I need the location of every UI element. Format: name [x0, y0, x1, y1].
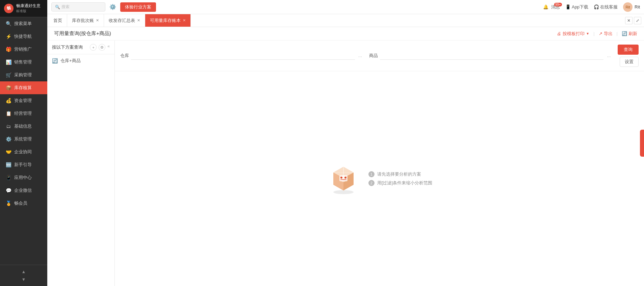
tab-batch-close[interactable]: ✕ — [96, 18, 99, 23]
tabs-controls: ✕ ⤢ — [622, 17, 644, 24]
sidebar-scroll-down-btn[interactable]: ▼ — [0, 276, 47, 283]
sidebar-logo: 畅 — [4, 4, 14, 13]
warehouse-input[interactable] — [131, 52, 355, 60]
right-edge-slider[interactable] — [640, 130, 644, 157]
sidebar-item-inventory[interactable]: 📦 库存核算 — [0, 81, 47, 94]
sidebar-item-label: 企业微信 — [14, 187, 32, 193]
sidebar-item-enterprise[interactable]: 🤝 企业协同 — [0, 146, 47, 158]
sidebar-item-marketing[interactable]: 🎁 营销推广 — [0, 43, 47, 56]
topbar-settings-icon[interactable]: ⚙️ — [108, 2, 118, 11]
tip-text-1: 请先选择要分析的方案 — [377, 171, 421, 177]
filter-collapse-button[interactable]: « — [107, 44, 110, 51]
gear-icon: ⚙️ — [5, 136, 11, 142]
sidebar-brand: 畅康通好生意 标准版 — [16, 3, 41, 14]
sidebar-item-finance[interactable]: 💰 资金管理 — [0, 94, 47, 107]
empty-cube-illustration — [327, 162, 360, 196]
headset-icon: 🎧 — [594, 4, 599, 9]
page-header-actions: 🖨 按模板打印 ▼ | ↗ 导出 | 🔄 刷新 — [557, 31, 637, 37]
sidebar-item-appcenter[interactable]: 📱 应用中心 — [0, 171, 47, 184]
tab-home[interactable]: 首页 — [49, 14, 67, 27]
sidebar-item-label: 库存核算 — [14, 85, 32, 91]
sidebar-item-label: 应用中心 — [14, 175, 32, 181]
bell-icon: 🔔 — [543, 4, 548, 9]
sidebar-item-sales[interactable]: 📊 销售管理 — [0, 56, 47, 69]
cycle-icon: 🔄 — [52, 58, 58, 63]
filter-settings-button[interactable]: ⚙ — [99, 44, 105, 51]
query-button[interactable]: 查询 — [618, 45, 639, 55]
sidebar-item-system[interactable]: ⚙️ 系统管理 — [0, 133, 47, 146]
user-profile[interactable]: Rit Rit — [623, 2, 640, 12]
sidebar-item-basic[interactable]: 🗂 基础信息 — [0, 120, 47, 133]
sidebar-item-label: 经营管理 — [14, 110, 32, 116]
goods-more-button[interactable]: … — [606, 53, 612, 58]
tab-batch-label: 库存批次账 — [72, 18, 94, 24]
search-icon: 🔍 — [55, 5, 60, 9]
notification-badge[interactable]: 🔔 99+ 消息 — [543, 4, 560, 10]
tab-summary[interactable]: 收发存汇总表 ✕ — [104, 14, 145, 27]
industry-solution-button[interactable]: 体验行业方案 — [120, 2, 156, 12]
search-placeholder: 搜索 — [61, 4, 70, 10]
tip-text-2: 用[过滤]条件来缩小分析范围 — [377, 180, 432, 186]
sidebar-item-label: 系统管理 — [14, 136, 32, 142]
filter-panel: 按以下方案查询 ＋ ⚙ « 🔄 仓库+商品 — [47, 41, 115, 286]
filter-item-warehouse-goods[interactable]: 🔄 仓库+商品 — [47, 54, 114, 67]
tab-close-button[interactable]: ✕ — [625, 17, 633, 24]
topbar-right: 🔔 99+ 消息 📱 App下载 🎧 在线客服 Rit Rit — [543, 2, 640, 12]
sidebar-item-newguide[interactable]: 🆕 新手引导 — [0, 158, 47, 171]
tab-summary-close[interactable]: ✕ — [137, 18, 140, 23]
sidebar-item-shortcut[interactable]: ⚡ 快捷导航 — [0, 30, 47, 43]
sidebar-item-label: 畅会员 — [14, 200, 27, 206]
goods-label: 商品 — [369, 53, 378, 59]
query-filters: 仓库 … 商品 … 查询 设置 — [115, 41, 644, 71]
goods-input[interactable] — [380, 52, 604, 60]
box-icon: 📦 — [5, 85, 11, 90]
chevron-down-icon: ▼ — [586, 32, 589, 35]
refresh-button[interactable]: 🔄 刷新 — [622, 31, 637, 37]
warehouse-more-button[interactable]: … — [357, 53, 364, 58]
sidebar-item-search[interactable]: 🔍 搜索菜单 — [0, 17, 47, 30]
print-template-button[interactable]: 🖨 按模板打印 ▼ — [557, 31, 589, 37]
sidebar-scroll-up-btn[interactable]: ▲ — [0, 268, 47, 276]
empty-tips: 1 请先选择要分析的方案 2 用[过滤]条件来缩小分析范围 — [368, 171, 432, 186]
export-icon: ↗ — [599, 31, 602, 36]
warehouse-label: 仓库 — [120, 53, 129, 59]
export-button[interactable]: ↗ 导出 — [599, 31, 613, 37]
avatar: Rit — [623, 2, 633, 12]
app-download-label: App下载 — [572, 4, 588, 10]
sidebar-nav: 🔍 搜索菜单 ⚡ 快捷导航 🎁 营销推广 📊 销售管理 🛒 采购管理 📦 库存核… — [0, 17, 47, 265]
tab-expand-button[interactable]: ⤢ — [634, 17, 641, 24]
sidebar-item-member[interactable]: 🏅 畅会员 — [0, 197, 47, 210]
filter-add-button[interactable]: ＋ — [90, 44, 97, 51]
refresh-icon: 🔄 — [622, 31, 627, 36]
sidebar-item-label: 新手引导 — [14, 162, 32, 168]
topbar-search-box[interactable]: 🔍 搜索 — [51, 2, 105, 11]
svg-point-0 — [333, 190, 354, 194]
sidebar-item-label: 销售管理 — [14, 59, 32, 65]
page-header: 可用量查询(按仓库+商品) 🖨 按模板打印 ▼ | ↗ 导出 | 🔄 刷新 — [47, 27, 644, 41]
goods-filter-field: 商品 … — [369, 52, 613, 60]
sidebar-item-label: 资金管理 — [14, 98, 32, 104]
tab-available-close[interactable]: ✕ — [183, 18, 186, 23]
sidebar-item-operations[interactable]: 📋 经营管理 — [0, 107, 47, 120]
filter-header-icons: ＋ ⚙ « — [90, 44, 110, 51]
warehouse-filter-field: 仓库 … — [120, 52, 364, 60]
folder-icon: 🗂 — [5, 124, 11, 129]
topbar: 🔍 搜索 ⚙️ 体验行业方案 🔔 99+ 消息 📱 App下载 🎧 在线客服 R… — [47, 0, 644, 14]
tab-available[interactable]: 可用量库存账本 ✕ — [145, 14, 191, 27]
app-download-link[interactable]: 📱 App下载 — [565, 4, 588, 10]
action-divider-1: | — [593, 31, 594, 36]
clipboard-icon: 📋 — [5, 111, 11, 116]
settings-button[interactable]: 设置 — [620, 57, 639, 67]
lightning-icon: ⚡ — [5, 34, 11, 39]
export-label: 导出 — [604, 31, 613, 37]
sidebar-item-purchase[interactable]: 🛒 采购管理 — [0, 69, 47, 81]
sidebar-item-wechat[interactable]: 💬 企业微信 — [0, 184, 47, 197]
tab-home-label: 首页 — [53, 18, 62, 24]
content-area: 按以下方案查询 ＋ ⚙ « 🔄 仓库+商品 仓库 … — [47, 41, 644, 286]
online-support-link[interactable]: 🎧 在线客服 — [594, 4, 618, 10]
money-icon: 💰 — [5, 98, 11, 103]
tab-batch[interactable]: 库存批次账 ✕ — [67, 14, 104, 27]
page-title: 可用量查询(按仓库+商品) — [54, 30, 111, 37]
printer-icon: 🖨 — [557, 31, 561, 36]
empty-state: 1 请先选择要分析的方案 2 用[过滤]条件来缩小分析范围 — [115, 71, 644, 286]
